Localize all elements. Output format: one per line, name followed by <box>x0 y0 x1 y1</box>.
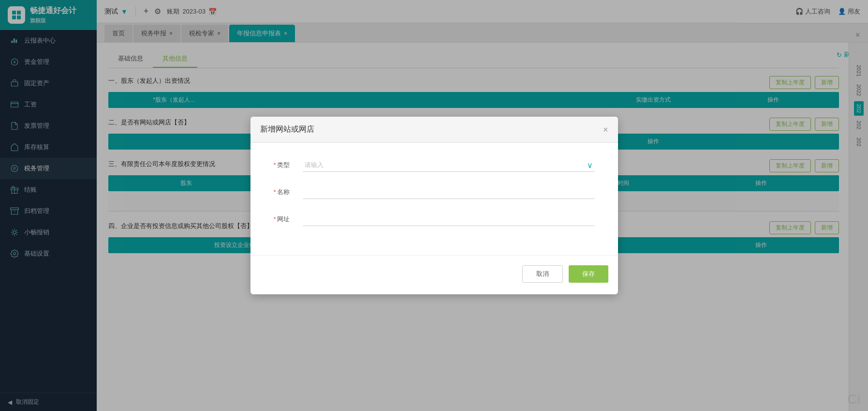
required-mark2: * <box>274 188 276 196</box>
name-input[interactable] <box>303 185 595 199</box>
form-row-name: *名称 <box>274 185 595 199</box>
dropdown-arrow-icon[interactable]: ∨ <box>587 161 593 170</box>
dialog-close-button[interactable]: × <box>603 125 608 134</box>
required-mark: * <box>274 161 276 168</box>
dialog-title: 新增网站或网店 <box>260 124 314 135</box>
form-row-type: *类型 ∨ <box>274 158 595 172</box>
url-input-wrap <box>303 213 595 226</box>
dialog-overlay: 新增网站或网店 × *类型 ∨ *名称 <box>0 0 868 411</box>
form-row-url: *网址 <box>274 213 595 226</box>
cancel-button[interactable]: 取消 <box>522 265 563 283</box>
save-button[interactable]: 保存 <box>569 265 608 283</box>
add-website-dialog: 新增网站或网店 × *类型 ∨ *名称 <box>250 117 618 294</box>
url-input[interactable] <box>303 213 595 226</box>
type-input[interactable] <box>303 158 595 172</box>
type-input-wrap: ∨ <box>303 158 595 172</box>
type-label: *类型 <box>274 161 303 169</box>
required-mark3: * <box>274 215 276 223</box>
dialog-footer: 取消 保存 <box>250 255 618 294</box>
name-label: *名称 <box>274 188 303 197</box>
name-input-wrap <box>303 185 595 199</box>
dialog-body: *类型 ∨ *名称 *网址 <box>250 143 618 255</box>
url-label: *网址 <box>274 215 303 224</box>
dialog-header: 新增网站或网店 × <box>250 117 618 143</box>
